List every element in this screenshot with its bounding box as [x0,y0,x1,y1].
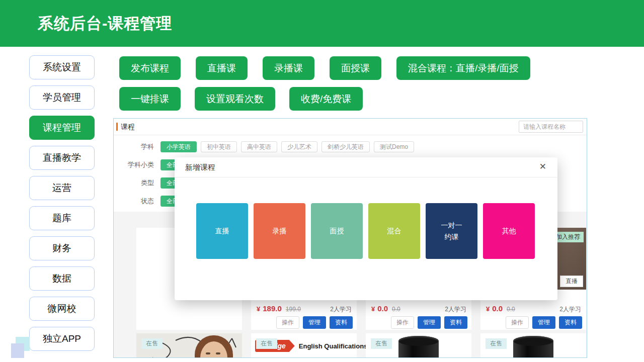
course-price: 189.0 [263,304,282,313]
students-count: 2人学习 [559,305,581,314]
sidebar-item-live-teaching[interactable]: 直播教学 [29,146,95,170]
operate-button[interactable]: 操作 [391,316,414,329]
filter-status-label: 状态 [114,197,154,206]
sidebar-item-standalone-app[interactable]: 独立APP [29,327,95,351]
course-type-cards: 直播 录播 面授 混合 一对一 约课 其他 [196,203,535,259]
manage-button[interactable]: 管理 [532,316,555,329]
sidebar-item-finance[interactable]: 财务 [29,236,95,260]
filter-tag-kids-art[interactable]: 少儿艺术 [281,141,317,152]
page: 系统后台-课程管理 系统设置 学员管理 课程管理 直播教学 运营 题库 财务 数… [0,0,644,362]
currency-symbol: ¥ [486,305,490,313]
filter-subcategory-label: 学科小类 [114,160,154,169]
cylinder-top-graphic [398,336,439,346]
operate-button[interactable]: 操作 [506,316,529,329]
close-icon[interactable]: ✕ [539,161,546,172]
one-click-schedule-button[interactable]: 一键排课 [119,87,181,111]
course-card[interactable]: 在售 bridge English Qualifications [251,333,357,358]
modal-header: 新增课程 ✕ [175,157,557,177]
price-row: ¥ 0.0 0.0 2人学习 [486,304,581,314]
course-type-one-on-one[interactable]: 一对一 约课 [426,203,477,259]
filter-tag-test-demo[interactable]: 测试Demo [374,141,414,152]
view-count-settings-button[interactable]: 设置观看次数 [195,87,275,111]
corner-decoration [11,337,32,359]
paid-free-course-button[interactable]: 收费/免费课 [289,87,363,111]
filter-subject-label: 学科 [114,142,154,151]
course-card[interactable]: 在售 [366,333,471,358]
product-photo [513,336,553,358]
product-photo [398,336,439,358]
live-type-badge: 直播 [560,276,583,287]
live-course-button[interactable]: 直播课 [196,56,248,80]
manage-button[interactable]: 管理 [418,316,441,329]
sidebar-item-course-management[interactable]: 课程管理 [29,116,95,140]
filter-tag-junior-english[interactable]: 初中英语 [201,141,237,152]
course-type-live[interactable]: 直播 [196,203,248,259]
manage-button[interactable]: 管理 [303,316,326,329]
page-title: 系统后台-课程管理 [38,13,172,34]
operate-button[interactable]: 操作 [276,316,299,329]
sidebar-item-system-settings[interactable]: 系统设置 [29,55,95,79]
course-type-recorded[interactable]: 录播 [254,203,305,259]
sidebar-item-operations[interactable]: 运营 [29,176,95,200]
card-actions: 操作 管理 资料 [391,316,467,329]
card-actions: 操作 管理 资料 [506,316,582,329]
filter-tag-primary-english[interactable]: 小学英语 [160,141,197,152]
page-header: 系统后台-课程管理 [0,0,644,47]
course-card[interactable]: 在售 [136,333,242,358]
offline-course-button[interactable]: 面授课 [330,56,381,80]
recorded-course-button[interactable]: 录播课 [263,56,314,80]
cylinder-top-graphic [513,336,553,346]
course-panel-title: 课程 [121,123,135,132]
course-price: 0.0 [377,304,388,313]
decoration-square-blue [11,343,24,358]
price-row: ¥ 189.0 199.0 2人学习 [257,304,352,314]
course-panel-header: 课程 [114,119,587,135]
sidebar-item-data[interactable]: 数据 [29,266,95,291]
course-original-price: 0.0 [392,306,400,313]
course-type-offline[interactable]: 面授 [311,203,363,259]
sidebar: 系统设置 学员管理 课程管理 直播教学 运营 题库 财务 数据 微网校 独立AP… [29,55,95,351]
currency-symbol: ¥ [257,305,260,313]
on-sale-badge: 在售 [371,338,392,349]
course-type-mixed[interactable]: 混合 [368,203,420,259]
material-button[interactable]: 资料 [330,316,353,329]
card-actions: 操作 管理 资料 [276,316,353,329]
filter-subject: 学科 小学英语 初中英语 高中英语 少儿艺术 剑桥少儿英语 测试Demo [114,141,587,152]
students-count: 2人学习 [445,305,466,314]
students-count: 2人学习 [330,305,352,314]
course-search-input[interactable] [519,121,583,133]
eye-graphic [216,352,220,354]
material-button[interactable]: 资料 [444,316,467,329]
sidebar-item-question-bank[interactable]: 题库 [29,206,95,230]
quick-actions-row2: 一键排课 设置观看次数 收费/免费课 [119,87,363,111]
course-original-price: 0.0 [507,306,515,313]
add-course-modal: 新增课程 ✕ 直播 录播 面授 混合 一对一 约课 其他 [175,157,557,300]
eye-graphic [206,352,210,354]
course-type-other[interactable]: 其他 [483,203,535,259]
filter-tag-cambridge-kids-english[interactable]: 剑桥少儿英语 [321,141,370,152]
filter-type-label: 类型 [114,178,154,188]
course-price: 0.0 [492,304,503,313]
publish-course-button[interactable]: 发布课程 [119,56,181,80]
mixed-course-button[interactable]: 混合课程：直播/录播/面授 [396,56,530,80]
accent-bar [116,123,118,131]
filter-tag-senior-english[interactable]: 高中英语 [241,141,277,152]
currency-symbol: ¥ [371,305,375,313]
modal-title: 新增课程 [185,163,215,172]
price-row: ¥ 0.0 0.0 2人学习 [371,304,466,314]
on-sale-badge: 在售 [486,338,507,349]
sidebar-item-student-management[interactable]: 学员管理 [29,85,95,110]
course-original-price: 199.0 [286,306,301,313]
sidebar-item-micro-school[interactable]: 微网校 [29,297,95,321]
cambridge-logo-caption: English Qualifications [299,342,368,350]
on-sale-badge: 在售 [256,338,277,349]
quick-actions-row1: 发布课程 直播课 录播课 面授课 混合课程：直播/录播/面授 [119,56,530,80]
course-card[interactable]: 在售 [480,333,586,358]
on-sale-badge: 在售 [141,338,163,349]
material-button[interactable]: 资料 [559,316,582,329]
